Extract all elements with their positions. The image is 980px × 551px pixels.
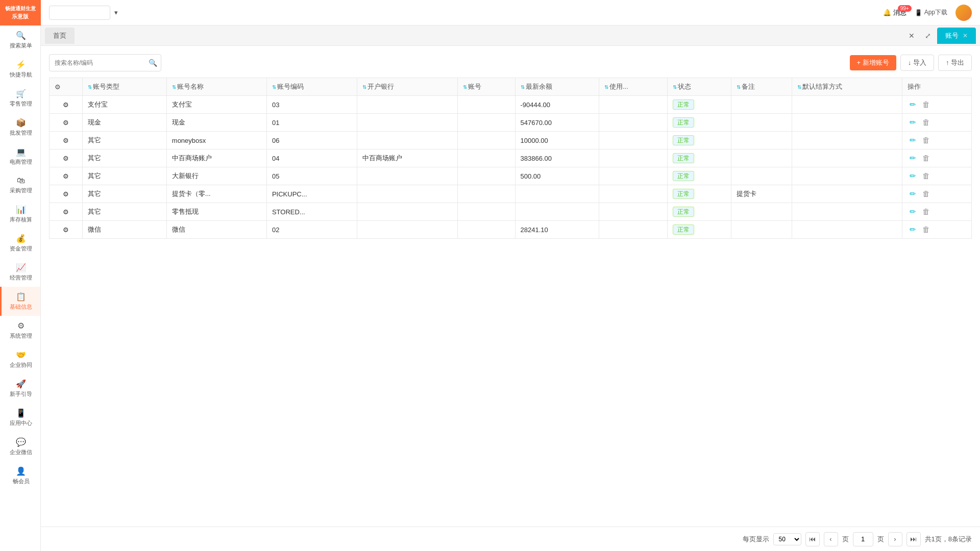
sort-icon-bank: ⇅: [362, 84, 366, 90]
row-settings[interactable]: ⚙: [50, 185, 83, 203]
expand-tabs-button[interactable]: ⤢: [921, 29, 935, 43]
next-page-button[interactable]: ›: [888, 532, 902, 546]
message-badge: 99+: [898, 5, 912, 12]
table-row: ⚙ 其它 中百商场账户 04 中百商场账户 383866.00 正常 ✏ 🗑: [50, 149, 972, 167]
page-number-input[interactable]: [853, 532, 873, 546]
app-download-button[interactable]: 📱 App下载: [915, 8, 947, 17]
sidebar-item-基础信息[interactable]: 📋 基础信息: [0, 287, 40, 316]
delete-button[interactable]: 🗑: [920, 207, 932, 216]
total-label: 共1页，8条记录: [925, 535, 972, 544]
avatar[interactable]: [955, 5, 972, 21]
sidebar-icon-1: ⚡: [16, 60, 26, 69]
sidebar-item-电商管理[interactable]: 💻 电商管理: [0, 142, 40, 171]
sidebar-item-资金管理[interactable]: 💰 资金管理: [0, 229, 40, 258]
delete-button[interactable]: 🗑: [920, 189, 932, 198]
row-name: 现金: [166, 114, 266, 132]
row-settings[interactable]: ⚙: [50, 167, 83, 185]
row-settings[interactable]: ⚙: [50, 149, 83, 167]
sidebar-item-快捷导航[interactable]: ⚡ 快捷导航: [0, 55, 40, 84]
delete-button[interactable]: 🗑: [920, 100, 932, 109]
row-code: 06: [266, 132, 357, 149]
row-settings[interactable]: ⚙: [50, 132, 83, 149]
header-left: ▾: [49, 6, 118, 20]
tab-账号[interactable]: 账号✕: [937, 28, 976, 44]
row-account: [457, 114, 515, 132]
sort-icon-code: ⇅: [272, 84, 276, 90]
col-type[interactable]: ⇅账号类型: [83, 78, 166, 96]
row-bank: [357, 203, 457, 221]
edit-button[interactable]: ✏: [908, 225, 918, 234]
col-bank[interactable]: ⇅开户银行: [357, 78, 457, 96]
last-page-button[interactable]: ⏭: [906, 532, 921, 546]
tab-首页[interactable]: 首页: [45, 28, 75, 44]
edit-button[interactable]: ✏: [908, 189, 918, 198]
row-usage: [599, 96, 667, 114]
prev-page-button[interactable]: ‹: [824, 532, 838, 546]
row-settings[interactable]: ⚙: [50, 114, 83, 132]
row-status: 正常: [668, 114, 731, 132]
sidebar-item-企业微信[interactable]: 💬 企业微信: [0, 432, 40, 461]
col-account[interactable]: ⇅账号: [457, 78, 515, 96]
sidebar-item-库存核算[interactable]: 📊 库存核算: [0, 199, 40, 229]
col-balance[interactable]: ⇅最新余额: [515, 78, 599, 96]
sidebar-item-新手引导[interactable]: 🚀 新手引导: [0, 374, 40, 403]
close-all-tabs-button[interactable]: ✕: [904, 29, 919, 43]
sidebar-item-经营管理[interactable]: 📈 经营管理: [0, 258, 40, 287]
tab-label-1: 账号: [945, 31, 959, 40]
col-code[interactable]: ⇅账号编码: [266, 78, 357, 96]
edit-button[interactable]: ✏: [908, 171, 918, 181]
col-usage[interactable]: ⇅使用...: [599, 78, 667, 96]
sidebar-icon-9: 📋: [16, 292, 26, 302]
phone-icon: 📱: [915, 9, 922, 16]
col-name[interactable]: ⇅账号名称: [166, 78, 266, 96]
global-search-input[interactable]: [49, 6, 110, 20]
row-account: [457, 167, 515, 185]
edit-button[interactable]: ✏: [908, 154, 918, 163]
export-button[interactable]: ↑ 导出: [938, 55, 972, 71]
col-default_settle[interactable]: ⇅默认结算方式: [792, 78, 902, 96]
col-remark[interactable]: ⇅备注: [731, 78, 792, 96]
row-bank: [357, 96, 457, 114]
row-balance: 10000.00: [515, 132, 599, 149]
sidebar-label-5: 采购管理: [10, 187, 32, 194]
page-size-select[interactable]: 50 100: [773, 533, 801, 545]
first-page-button[interactable]: ⏮: [805, 532, 820, 546]
message-button[interactable]: 🔔 消息 99+: [883, 8, 906, 17]
delete-button[interactable]: 🗑: [920, 154, 932, 162]
delete-button[interactable]: 🗑: [920, 136, 932, 144]
search-button[interactable]: 🔍: [145, 55, 161, 71]
sidebar-item-畅会员[interactable]: 👤 畅会员: [0, 461, 40, 490]
delete-button[interactable]: 🗑: [920, 118, 932, 127]
col-status[interactable]: ⇅状态: [668, 78, 731, 96]
status-badge: 正常: [673, 224, 694, 235]
delete-button[interactable]: 🗑: [920, 171, 932, 180]
sidebar-item-批发管理[interactable]: 📦 批发管理: [0, 113, 40, 142]
edit-button[interactable]: ✏: [908, 118, 918, 127]
sidebar-item-搜索菜单[interactable]: 🔍 搜索菜单: [0, 26, 40, 55]
edit-button[interactable]: ✏: [908, 207, 918, 216]
edit-button[interactable]: ✏: [908, 136, 918, 145]
search-input[interactable]: [50, 56, 145, 69]
add-account-button[interactable]: + 新增账号: [850, 55, 896, 70]
row-usage: [599, 132, 667, 149]
import-button[interactable]: ↓ 导入: [900, 55, 934, 71]
row-settings[interactable]: ⚙: [50, 221, 83, 239]
row-name: 大新银行: [166, 167, 266, 185]
row-name: 支付宝: [166, 96, 266, 114]
row-settings[interactable]: ⚙: [50, 96, 83, 114]
header-dropdown[interactable]: ▾: [114, 9, 118, 16]
sidebar-item-应用中心[interactable]: 📱 应用中心: [0, 403, 40, 432]
sort-icon-type: ⇅: [88, 84, 92, 90]
sidebar-item-零售管理[interactable]: 🛒 零售管理: [0, 84, 40, 113]
sidebar-icon-10: ⚙: [17, 321, 24, 331]
row-type: 其它: [83, 185, 166, 203]
sidebar-item-系统管理[interactable]: ⚙ 系统管理: [0, 316, 40, 345]
sidebar-item-企业协同[interactable]: 🤝 企业协同: [0, 345, 40, 374]
tab-close-1[interactable]: ✕: [963, 32, 968, 39]
row-code: 04: [266, 149, 357, 167]
sort-icon-account: ⇅: [463, 84, 467, 90]
row-settings[interactable]: ⚙: [50, 203, 83, 221]
edit-button[interactable]: ✏: [908, 100, 918, 109]
sidebar-item-采购管理[interactable]: 🛍 采购管理: [0, 171, 40, 199]
delete-button[interactable]: 🗑: [920, 225, 932, 234]
